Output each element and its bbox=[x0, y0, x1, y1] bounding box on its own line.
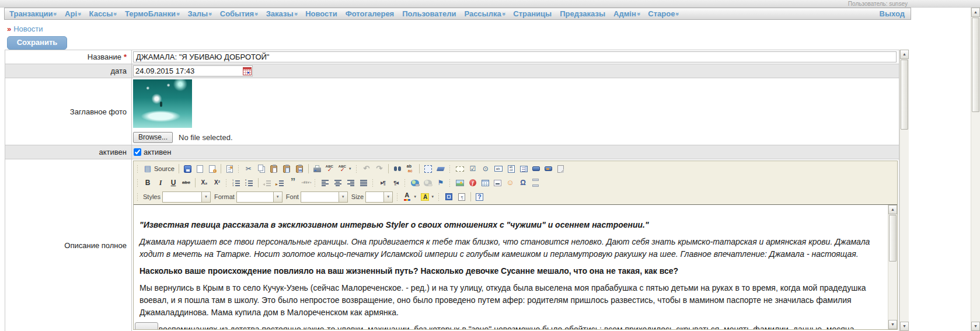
about-button[interactable]: ? bbox=[474, 190, 485, 203]
align-left-button[interactable] bbox=[319, 176, 331, 189]
text-color-dropdown-arrow-icon[interactable]: ▼ bbox=[413, 195, 417, 198]
superscript-button[interactable]: X² bbox=[211, 176, 223, 189]
window-scroll-up-icon[interactable]: ▲ bbox=[971, 8, 980, 17]
format-combo-value[interactable] bbox=[236, 191, 273, 203]
menu-item-api[interactable]: Api» bbox=[65, 9, 81, 18]
spell-check-button[interactable] bbox=[324, 162, 336, 175]
align-right-button[interactable] bbox=[345, 176, 357, 189]
remove-format-button[interactable] bbox=[435, 162, 447, 175]
anchor-button[interactable]: ⚑ bbox=[435, 176, 447, 189]
checkbox-button[interactable]: ☑ bbox=[467, 162, 479, 175]
source-button[interactable]: ▤Source bbox=[142, 162, 176, 175]
strikethrough-button[interactable]: abc bbox=[180, 176, 192, 189]
breadcrumb-link-news[interactable]: Новости bbox=[13, 25, 43, 33]
preview-button[interactable] bbox=[207, 162, 218, 175]
window-scroll-thumb[interactable] bbox=[972, 18, 979, 112]
print-button[interactable] bbox=[312, 162, 323, 175]
text-direction-ltr-button[interactable]: ▸¶ bbox=[377, 176, 389, 189]
editor-scroll-up-icon[interactable]: ▲ bbox=[888, 205, 897, 214]
form-scroll-up-icon[interactable]: ▲ bbox=[900, 50, 909, 59]
div-container-button[interactable] bbox=[300, 176, 312, 189]
editor-content[interactable]: ▲ ▼ "Известная певица рассказала в экскл… bbox=[134, 204, 897, 329]
menu-item-пользователи[interactable]: Пользователи bbox=[402, 9, 456, 18]
window-scrollbar[interactable]: ▲ ▼ bbox=[971, 8, 980, 331]
background-color-button[interactable]: ▼ bbox=[419, 190, 435, 203]
cut-button[interactable]: ✂ bbox=[243, 162, 254, 175]
text-field-button[interactable] bbox=[493, 162, 504, 175]
styles-combo-value[interactable] bbox=[162, 191, 201, 203]
increase-indent-button[interactable] bbox=[274, 176, 286, 189]
editor-scrollbar[interactable]: ▲ ▼ bbox=[888, 205, 897, 329]
new-page-button[interactable] bbox=[194, 162, 205, 175]
title-input[interactable] bbox=[133, 51, 897, 62]
menu-item-старое[interactable]: Старое» bbox=[648, 9, 679, 18]
replace-button[interactable] bbox=[404, 162, 416, 175]
styles-combo-arrow-icon[interactable]: ▼ bbox=[201, 191, 211, 203]
align-justify-button[interactable] bbox=[358, 176, 369, 189]
select-field-button[interactable] bbox=[518, 162, 529, 175]
menu-item-транзакции[interactable]: Транзакции» bbox=[9, 9, 57, 18]
scayt-dropdown-arrow-icon[interactable]: ▼ bbox=[348, 167, 352, 170]
text-color-button[interactable]: ▼ bbox=[402, 190, 418, 203]
find-button[interactable] bbox=[392, 162, 403, 175]
page-break-button[interactable] bbox=[530, 176, 542, 189]
date-input[interactable] bbox=[134, 67, 243, 75]
paste-from-word-button[interactable] bbox=[294, 162, 305, 175]
form-scrollbar[interactable]: ▲ ▼ bbox=[899, 50, 909, 331]
blockquote-button[interactable]: ” bbox=[287, 176, 299, 189]
flash-button[interactable] bbox=[467, 176, 479, 189]
templates-button[interactable] bbox=[224, 162, 235, 175]
menu-item-фотогалерея[interactable]: Фотогалерея bbox=[346, 9, 395, 18]
active-checkbox[interactable] bbox=[134, 148, 141, 156]
calendar-icon[interactable] bbox=[243, 67, 252, 75]
form-scroll-thumb[interactable] bbox=[901, 60, 908, 130]
italic-button[interactable]: I bbox=[155, 176, 166, 189]
image-button-button[interactable] bbox=[543, 162, 554, 175]
menu-item-заказы[interactable]: Заказы» bbox=[266, 9, 297, 18]
radio-button-button[interactable]: ⊙ bbox=[480, 162, 491, 175]
paste-button[interactable] bbox=[268, 162, 280, 175]
size-combo-value[interactable] bbox=[365, 191, 383, 203]
menu-item-новости[interactable]: Новости bbox=[305, 9, 337, 18]
copy-button[interactable] bbox=[256, 162, 267, 175]
maximize-button[interactable] bbox=[443, 190, 455, 203]
bold-button[interactable]: B bbox=[142, 176, 154, 189]
select-all-button[interactable] bbox=[423, 162, 434, 175]
subscript-button[interactable]: X₂ bbox=[198, 176, 210, 189]
show-blocks-button[interactable] bbox=[456, 190, 468, 203]
font-combo-arrow-icon[interactable]: ▼ bbox=[339, 191, 348, 203]
horizontal-rule-button[interactable] bbox=[492, 176, 503, 189]
text-direction-rtl-button[interactable]: ¶◂ bbox=[390, 176, 402, 189]
menu-item-рассылка[interactable]: Рассылка» bbox=[464, 9, 505, 18]
smiley-button[interactable]: ☺ bbox=[504, 176, 516, 189]
numbered-list-button[interactable] bbox=[231, 176, 242, 189]
logout-link[interactable]: Выход bbox=[880, 9, 905, 18]
background-color-dropdown-arrow-icon[interactable]: ▼ bbox=[431, 195, 434, 198]
save-button[interactable]: Сохранить bbox=[7, 36, 67, 50]
bulleted-list-button[interactable] bbox=[243, 176, 255, 189]
menu-item-кассы[interactable]: Кассы» bbox=[89, 9, 117, 18]
image-button[interactable] bbox=[454, 176, 466, 189]
menu-item-термобланки[interactable]: ТермоБланки» bbox=[125, 9, 179, 18]
clipped-button[interactable] bbox=[135, 322, 158, 329]
editor-scroll-thumb[interactable] bbox=[889, 215, 897, 262]
editor-scroll-down-icon[interactable]: ▼ bbox=[888, 320, 897, 329]
table-button[interactable] bbox=[480, 176, 491, 189]
menu-item-события[interactable]: События» bbox=[220, 9, 258, 18]
form-scroll-down-icon[interactable]: ▼ bbox=[900, 322, 909, 331]
browse-button[interactable]: Browse... bbox=[133, 132, 173, 143]
hidden-field-button[interactable] bbox=[555, 162, 566, 175]
save-button[interactable] bbox=[182, 162, 193, 175]
font-combo-value[interactable] bbox=[301, 191, 339, 203]
size-combo-arrow-icon[interactable]: ▼ bbox=[383, 191, 393, 203]
menu-item-предзаказы[interactable]: Предзаказы bbox=[560, 9, 605, 18]
scayt-button[interactable]: ▼ bbox=[337, 162, 353, 175]
form-button[interactable] bbox=[454, 162, 466, 175]
paste-as-text-button[interactable] bbox=[281, 162, 292, 175]
menu-item-залы[interactable]: Залы» bbox=[187, 9, 211, 18]
menu-item-адмін[interactable]: Адмін» bbox=[613, 9, 640, 18]
format-combo-arrow-icon[interactable]: ▼ bbox=[273, 191, 283, 203]
link-button[interactable] bbox=[409, 176, 421, 189]
button-button[interactable] bbox=[531, 162, 542, 175]
window-scroll-down-icon[interactable]: ▼ bbox=[971, 322, 980, 331]
